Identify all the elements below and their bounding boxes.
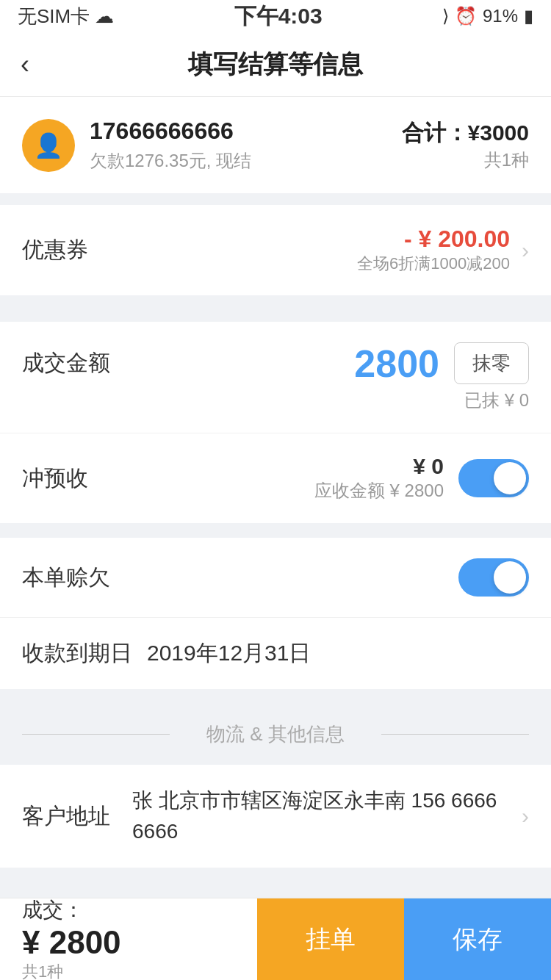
address-value: 张 北京市市辖区海淀区永丰南 156 6666 6666	[132, 785, 522, 847]
location-icon: ⟩	[442, 6, 449, 26]
total-amount: 合计：¥3000	[402, 118, 529, 148]
coupon-section[interactable]: 优惠券 - ¥ 200.00 全场6折满1000减200 ›	[0, 205, 551, 295]
prepay-section: 冲预收 ¥ 0 应收金额 ¥ 2800	[0, 433, 551, 523]
address-label: 客户地址	[22, 801, 110, 832]
main-content: 👤 17666666666 欠款1276.35元, 现结 合计：¥3000 共1…	[0, 97, 551, 980]
duedate-value: 2019年12月31日	[147, 638, 311, 669]
amount-sub: 已抹 ¥ 0	[22, 389, 529, 412]
customer-card: 👤 17666666666 欠款1276.35元, 现结 合计：¥3000 共1…	[0, 97, 551, 193]
divider-line-right	[381, 734, 529, 735]
back-button[interactable]: ‹	[21, 49, 29, 80]
total-count: 共1种	[402, 148, 529, 172]
save-button[interactable]: 保存	[404, 898, 551, 980]
debt-toggle[interactable]	[458, 558, 529, 597]
section-gap-1	[0, 307, 551, 322]
battery-text: 91%	[483, 6, 518, 26]
customer-info: 17666666666 欠款1276.35元, 现结	[90, 118, 251, 173]
amount-label: 成交金额	[22, 348, 110, 378]
bottom-amount: ¥ 2800	[22, 924, 235, 961]
prepay-amount: ¥ 0 应收金额 ¥ 2800	[314, 454, 444, 502]
address-section[interactable]: 客户地址 张 北京市市辖区海淀区永丰南 156 6666 6666 ›	[0, 765, 551, 868]
bottom-deal-label: 成交：	[22, 896, 235, 924]
amount-right: 2800 抹零	[354, 342, 529, 384]
status-right: ⟩ ⏰ 91% ▮	[442, 6, 533, 26]
bottom-bar: 成交： ¥ 2800 共1种 挂单 保存	[0, 898, 551, 980]
alarm-icon: ⏰	[455, 6, 477, 26]
amount-row: 成交金额 2800 抹零	[22, 342, 529, 384]
battery-icon: ▮	[524, 6, 533, 26]
customer-right: 合计：¥3000 共1种	[402, 118, 529, 172]
nav-bar: ‹ 填写结算等信息	[0, 32, 551, 97]
coupon-right: - ¥ 200.00 全场6折满1000减200 ›	[357, 226, 529, 275]
logistics-divider: 物流 & 其他信息	[0, 704, 551, 765]
prepay-sub: 应收金额 ¥ 2800	[314, 479, 444, 502]
customer-left: 👤 17666666666 欠款1276.35元, 现结	[22, 118, 251, 173]
avatar: 👤	[22, 119, 75, 172]
status-time: 下午4:03	[234, 1, 323, 32]
address-chevron-icon: ›	[522, 804, 529, 829]
duedate-label: 收款到期日	[22, 638, 132, 669]
page-title: 填写结算等信息	[188, 48, 363, 82]
coupon-discount: - ¥ 200.00	[357, 226, 510, 253]
debt-section: 本单赊欠	[0, 538, 551, 617]
prepay-label: 冲预收	[22, 464, 88, 494]
chevron-right-icon: ›	[522, 238, 529, 263]
bottom-left: 成交： ¥ 2800 共1种	[0, 896, 257, 981]
bottom-count: 共1种	[22, 961, 235, 981]
amount-value: 2800	[354, 345, 439, 383]
customer-phone: 17666666666	[90, 118, 251, 145]
round-button[interactable]: 抹零	[454, 342, 529, 384]
coupon-label: 优惠券	[22, 235, 88, 265]
section-gap-3	[0, 689, 551, 704]
divider-line-left	[22, 734, 170, 735]
suspend-button[interactable]: 挂单	[257, 898, 404, 980]
logistics-text: 物流 & 其他信息	[206, 721, 345, 747]
prepay-toggle[interactable]	[458, 459, 529, 497]
section-gap-2	[0, 523, 551, 538]
coupon-info: - ¥ 200.00 全场6折满1000减200	[357, 226, 510, 275]
status-bar: 无SIM卡 ☁ 下午4:03 ⟩ ⏰ 91% ▮	[0, 0, 551, 32]
coupon-desc: 全场6折满1000减200	[357, 253, 510, 275]
amount-section: 成交金额 2800 抹零 已抹 ¥ 0	[0, 322, 551, 433]
status-left: 无SIM卡 ☁	[18, 4, 114, 29]
debt-label: 本单赊欠	[22, 563, 110, 593]
customer-sub: 欠款1276.35元, 现结	[90, 149, 251, 173]
sim-status: 无SIM卡 ☁	[18, 4, 114, 29]
prepay-right: ¥ 0 应收金额 ¥ 2800	[314, 454, 529, 502]
duedate-section: 收款到期日 2019年12月31日	[0, 617, 551, 689]
prepay-row: 冲预收 ¥ 0 应收金额 ¥ 2800	[22, 454, 529, 502]
prepay-value: ¥ 0	[314, 454, 444, 479]
bottom-buttons: 挂单 保存	[257, 898, 551, 980]
